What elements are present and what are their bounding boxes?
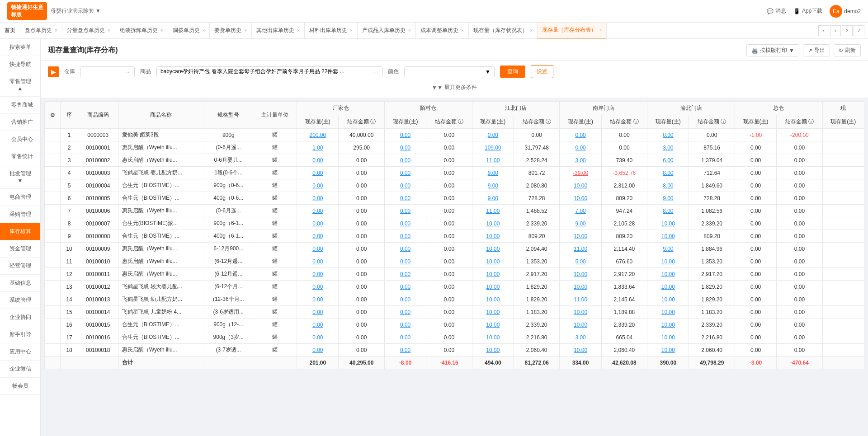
page-actions: 🖨️ 按模版打印 ▼ ↗ 导出 ↻ 刷新 bbox=[746, 44, 861, 56]
sidebar-item-finance[interactable]: 资金管理 bbox=[0, 240, 40, 258]
w2-qty-header: 现存量(主) bbox=[384, 115, 426, 129]
sidebar-item-system[interactable]: 系统管理 bbox=[0, 292, 40, 309]
logo: 畅捷通好生意 标版 bbox=[7, 2, 47, 20]
setting-btn[interactable]: 设置 bbox=[531, 65, 553, 78]
nav-prev-btn[interactable]: ‹ bbox=[818, 25, 829, 36]
close-tab-1[interactable]: × bbox=[55, 28, 57, 33]
warehouse-label: 仓库 bbox=[64, 68, 75, 75]
close-tab-9[interactable]: × bbox=[461, 28, 464, 33]
sidebar-item-member[interactable]: 会员中心 bbox=[0, 131, 40, 148]
sidebar-item-marketing[interactable]: 营销推广 bbox=[0, 114, 40, 131]
col-settings-header[interactable]: ⚙ bbox=[45, 102, 61, 129]
tab-purchase-order[interactable]: 要货单历史 × bbox=[210, 23, 252, 39]
sidebar-item-operations[interactable]: 经营管理 bbox=[0, 258, 40, 275]
tab-inventory-count[interactable]: 盘点单历史 × bbox=[20, 23, 62, 39]
extra-qty-header: 现存量(主) bbox=[822, 115, 864, 129]
close-tab-3[interactable]: × bbox=[160, 28, 163, 33]
close-tab-5[interactable]: × bbox=[244, 28, 247, 33]
sidebar-item-wechat-work[interactable]: 企业微信 bbox=[0, 361, 40, 378]
expand-conditions-btn[interactable]: ▼▼ 展开更多条件 bbox=[48, 82, 861, 93]
tab-other-out[interactable]: 其他出库单历史 × bbox=[252, 23, 305, 39]
subtitle: 母婴行业演示陈套 ▼ bbox=[51, 7, 101, 15]
col-index-header: 序 bbox=[61, 102, 78, 129]
nav-expand-btn[interactable]: ⤢ bbox=[854, 25, 864, 36]
sidebar-item-search[interactable]: 搜索英单 bbox=[0, 39, 40, 56]
close-tab-8[interactable]: × bbox=[408, 28, 411, 33]
table-container[interactable]: ⚙ 序 商品编码 商品名称 规格型号 主计量单位 厂家仓 陌村仓 江北门店 南岸… bbox=[41, 98, 868, 436]
nav-next-btn[interactable]: › bbox=[830, 25, 841, 36]
sidebar-item-retail-stats[interactable]: 零售统计 bbox=[0, 148, 40, 165]
nav-close-btn[interactable]: × bbox=[842, 25, 853, 36]
table-row: 300100002惠氏启醒（Wyeth illu...0-6月婴儿...罐0.0… bbox=[45, 154, 864, 167]
table-row: 1600100015合生元（BIOSTIME）...900g（12-...罐0.… bbox=[45, 319, 864, 331]
w4-qty-header: 现存量(主) bbox=[560, 115, 601, 129]
sidebar-item-inventory[interactable]: 库存核算 bbox=[0, 223, 40, 240]
w5-qty-header: 现存量(主) bbox=[647, 115, 689, 129]
warehouse-2-header: 陌村仓 bbox=[384, 102, 472, 115]
top-bar: 畅捷通好生意 标版 母婴行业演示陈套 ▼ 💬 消息 📱 App下载 Ea dem… bbox=[0, 0, 868, 23]
sidebar-item-ecommerce[interactable]: 电商管理 bbox=[0, 189, 40, 206]
sidebar-item-purchase[interactable]: 采购管理 bbox=[0, 206, 40, 223]
sidebar-item-enterprise[interactable]: 企业协同 bbox=[0, 309, 40, 326]
tab-transfer[interactable]: 调拨单历史 × bbox=[168, 23, 210, 39]
warehouse-3-header: 江北门店 bbox=[472, 102, 560, 115]
logo-area: 畅捷通好生意 标版 母婴行业演示陈套 ▼ bbox=[7, 2, 101, 20]
total-row: 合计201.0040,295.00-8.00-416.16494.0081,27… bbox=[45, 356, 864, 369]
tab-assembly[interactable]: 组装拆卸单历史 × bbox=[115, 23, 168, 39]
w2-amt-header: 结存金额 ⓘ bbox=[426, 115, 472, 129]
close-tab-4[interactable]: × bbox=[203, 28, 205, 33]
tab-material-out[interactable]: 材料出库单历史 × bbox=[305, 23, 358, 39]
w3-amt-header: 结存金额 ⓘ bbox=[514, 115, 560, 129]
tab-sub-inventory[interactable]: 分量盘点单历史 × bbox=[62, 23, 115, 39]
product-input[interactable] bbox=[160, 69, 374, 75]
sidebar-item-quick-nav[interactable]: 快捷导航 bbox=[0, 56, 40, 73]
table-row: 1100100010惠氏启醒（Wyeth illu...(6-12月遥...罐0… bbox=[45, 255, 864, 268]
tab-stock-distribution[interactable]: 现存量（库存分布表） × bbox=[538, 23, 607, 39]
col-name-header: 商品名称 bbox=[118, 102, 204, 129]
table-row: 1400100013飞鹤星飞帆 幼儿配方奶...(12-36个月...罐0.00… bbox=[45, 293, 864, 306]
sidebar-item-guide[interactable]: 新手引导 bbox=[0, 326, 40, 343]
warehouse-1-header: 厂家仓 bbox=[297, 102, 385, 115]
refresh-btn[interactable]: ↻ 刷新 bbox=[834, 44, 861, 56]
warehouse-4-header: 南岸门店 bbox=[560, 102, 647, 115]
w1-amt-header: 结存金额 ⓘ bbox=[339, 115, 385, 129]
close-tab-10[interactable]: × bbox=[530, 28, 533, 33]
sidebar-item-retail-mall[interactable]: 零售商城 bbox=[0, 97, 40, 114]
filter-row-main: ▶ 仓库 ··· 商品 ··· 颜色 ▼ 查询 设置 bbox=[48, 65, 861, 78]
sidebar-item-retail-mgmt[interactable]: 零售管理 ▲ bbox=[0, 73, 40, 97]
export-btn[interactable]: ↗ 导出 bbox=[803, 44, 830, 56]
color-select[interactable]: ▼ bbox=[404, 66, 495, 77]
extra-header: 现 bbox=[822, 102, 864, 115]
table-row: 1200100011惠氏启醒（Wyeth illu...(6-12月遥...罐0… bbox=[45, 268, 864, 281]
tab-home[interactable]: 首页 bbox=[0, 23, 20, 39]
sidebar-item-members-club[interactable]: 畅会员 bbox=[0, 378, 40, 395]
table-row: 600100005合生元（BIOSTIME）...400g（0-6...罐0.0… bbox=[45, 192, 864, 205]
nav-tabs: 首页 盘点单历史 × 分量盘点单历史 × 组装拆卸单历史 × 调拨单历史 × 要… bbox=[0, 23, 868, 39]
search-btn[interactable]: 查询 bbox=[500, 66, 525, 78]
col-spec-header: 规格型号 bbox=[204, 102, 253, 129]
t-qty-header: 现存量(主) bbox=[735, 115, 776, 129]
app-download-btn[interactable]: 📱 App下载 bbox=[793, 7, 822, 15]
messages-btn[interactable]: 💬 消息 bbox=[767, 7, 786, 15]
close-tab-7[interactable]: × bbox=[350, 28, 353, 33]
page-title-row: 现存量查询(库存分布) 🖨️ 按模版打印 ▼ ↗ 导出 ↻ 刷新 bbox=[48, 44, 861, 56]
close-tab-2[interactable]: × bbox=[108, 28, 110, 33]
color-label: 颜色 bbox=[388, 68, 399, 75]
tab-cost-adjust[interactable]: 成本调整单历史 × bbox=[416, 23, 469, 39]
main-layout: 搜索英单 快捷导航 零售管理 ▲ 零售商城 营销推广 会员中心 零售统计 批发管… bbox=[0, 39, 868, 436]
warehouse-select[interactable]: ··· bbox=[80, 66, 135, 77]
filter-area: ▶ 仓库 ··· 商品 ··· 颜色 ▼ 查询 设置 bbox=[41, 61, 868, 98]
sidebar-item-app-center[interactable]: 应用中心 bbox=[0, 343, 40, 361]
table-row: 10000003爱他美 卤莱3段900g罐200.0040,000.000.00… bbox=[45, 129, 864, 141]
table-row: 400100003飞鹤星飞帆 婴儿配方奶...1段(0-6个...罐0.000.… bbox=[45, 167, 864, 179]
tab-product-in[interactable]: 产成品入库单历史 × bbox=[358, 23, 416, 39]
close-tab-6[interactable]: × bbox=[297, 28, 300, 33]
sidebar-item-basic-info[interactable]: 基础信息 bbox=[0, 275, 40, 292]
close-tab-11[interactable]: × bbox=[599, 28, 602, 33]
tab-stock-status[interactable]: 现存量（库存状况表） × bbox=[469, 23, 538, 39]
print-btn[interactable]: 🖨️ 按模版打印 ▼ bbox=[746, 44, 799, 56]
sidebar-item-wholesale[interactable]: 批发管理 ▼ bbox=[0, 165, 40, 189]
filter-expand-btn[interactable]: ▶ bbox=[48, 66, 59, 77]
user-profile[interactable]: Ea demo2 bbox=[830, 5, 861, 18]
table-row: 1300100012飞鹤星飞帆 较大婴儿配...(6-12个月...罐0.000… bbox=[45, 281, 864, 293]
